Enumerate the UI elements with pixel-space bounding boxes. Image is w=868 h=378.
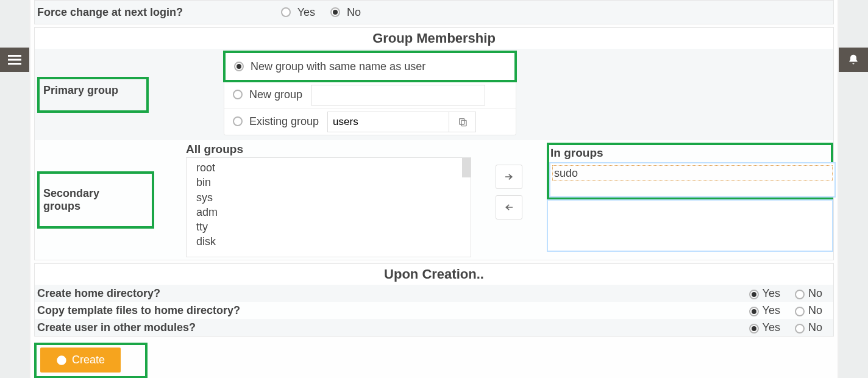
uc-no[interactable]: No xyxy=(795,304,822,317)
primary-group-same-radio[interactable]: New group with same name as user xyxy=(234,60,425,73)
arrow-right-icon xyxy=(503,171,514,182)
add-to-in-groups-button[interactable] xyxy=(496,165,522,189)
in-groups-list[interactable]: sudo xyxy=(549,162,836,198)
all-groups-title: All groups xyxy=(186,143,471,156)
list-item[interactable]: tty xyxy=(196,219,462,234)
copy-icon xyxy=(458,117,468,127)
plus-circle-icon xyxy=(56,355,67,366)
force-change-label: Force change at next login? xyxy=(35,6,281,19)
arrow-left-icon xyxy=(503,202,514,213)
svg-rect-1 xyxy=(8,59,21,61)
upon-creation-row-label: Create user in other modules? xyxy=(35,321,608,334)
list-item[interactable]: root xyxy=(196,160,462,175)
uc-yes[interactable]: Yes xyxy=(749,321,780,334)
create-button-label: Create xyxy=(72,354,105,366)
new-group-name-input[interactable] xyxy=(311,85,485,105)
upon-creation-row-label: Copy template files to home directory? xyxy=(35,304,608,317)
opt-new-text: New group xyxy=(249,88,302,101)
group-picker-button[interactable] xyxy=(449,112,476,132)
list-item[interactable]: adm xyxy=(196,205,462,219)
in-groups-title: In groups xyxy=(549,145,831,161)
secondary-groups-label: Secondary groups xyxy=(37,171,154,229)
list-item[interactable]: bin xyxy=(196,175,462,190)
force-change-no[interactable]: No xyxy=(330,6,361,18)
upon-creation-row-label: Create home directory? xyxy=(35,287,608,300)
uc-no[interactable]: No xyxy=(795,287,822,300)
opt-same-text: New group with same name as user xyxy=(251,60,425,73)
notifications-button[interactable] xyxy=(839,48,868,72)
uc-no[interactable]: No xyxy=(795,321,822,334)
opt-existing-text: Existing group xyxy=(249,115,319,127)
svg-rect-0 xyxy=(8,55,21,57)
yes-text: Yes xyxy=(297,6,315,18)
primary-group-existing-radio[interactable]: Existing group xyxy=(233,115,319,128)
force-change-yes[interactable]: Yes xyxy=(281,6,315,18)
list-item[interactable]: sys xyxy=(196,190,462,205)
hamburger-menu-button[interactable] xyxy=(0,48,29,72)
bell-icon xyxy=(847,54,859,66)
list-item[interactable]: disk xyxy=(196,234,462,249)
primary-group-new-radio[interactable]: New group xyxy=(233,88,302,101)
hamburger-icon xyxy=(8,55,21,65)
uc-yes[interactable]: Yes xyxy=(749,304,780,317)
group-membership-title: Group Membership xyxy=(35,27,833,49)
primary-group-options: New group with same name as user New gro… xyxy=(224,51,516,135)
remove-from-in-groups-button[interactable] xyxy=(496,195,522,219)
upon-creation-title: Upon Creation.. xyxy=(35,263,833,285)
primary-group-label: Primary group xyxy=(37,77,149,113)
no-text: No xyxy=(347,6,361,18)
all-groups-list[interactable]: rootbinsysadmttydisk xyxy=(186,157,471,257)
list-item[interactable]: sudo xyxy=(552,165,833,181)
svg-rect-2 xyxy=(8,63,21,65)
existing-group-input[interactable] xyxy=(327,112,449,132)
uc-yes[interactable]: Yes xyxy=(749,287,780,300)
create-button[interactable]: Create xyxy=(40,348,121,373)
svg-rect-3 xyxy=(459,118,464,124)
